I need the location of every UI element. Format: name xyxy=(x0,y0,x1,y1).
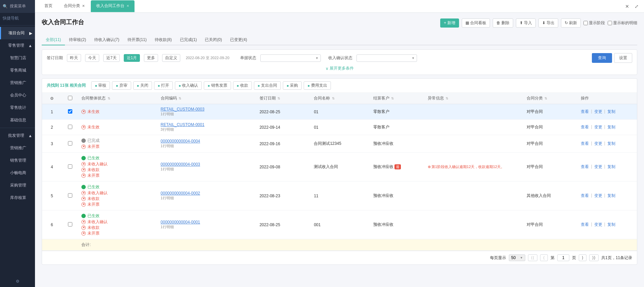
row-action-查看[interactable]: 查看 xyxy=(581,164,589,170)
sidebar-settings-btn[interactable]: ⚙ xyxy=(0,276,35,287)
expense-out-btn[interactable]: ● 费用支出 xyxy=(304,81,331,90)
import-button[interactable]: ⬆ 导入 xyxy=(516,18,536,28)
prev-page-btn[interactable]: ⟨ xyxy=(540,254,548,261)
sidebar-search[interactable]: 🔍 搜索菜单 xyxy=(0,0,35,13)
last-page-btn[interactable]: ⟩⟩ xyxy=(589,254,599,261)
purchase-btn[interactable]: ● 采购 xyxy=(283,81,302,90)
income-confirm-select[interactable] xyxy=(356,54,417,62)
abandon-btn[interactable]: ● 弃审 xyxy=(112,81,131,90)
kanban-button[interactable]: ▦ 合同看板 xyxy=(462,18,490,28)
show-detail-checkbox[interactable]: 显示标的明细 xyxy=(608,20,637,26)
refresh-button[interactable]: ↻ 刷新 xyxy=(561,18,581,28)
row-checkbox[interactable] xyxy=(68,125,72,129)
contract-code-link[interactable]: RETAIL_CUSTOM-0001 xyxy=(161,122,204,127)
sidebar-item-marketing2[interactable]: 营销推广 xyxy=(0,142,35,154)
sidebar-item-xiaochang[interactable]: 小畅电商 xyxy=(0,167,35,179)
row-checkbox[interactable] xyxy=(68,164,72,169)
row-action-变更[interactable]: 变更 xyxy=(594,141,602,147)
row-action-变更[interactable]: 变更 xyxy=(594,124,602,130)
filter-date-last1month[interactable]: 近1月 xyxy=(124,54,140,62)
sort-error-icon[interactable]: ⇅ xyxy=(446,96,448,100)
sort-status-icon[interactable]: ⇅ xyxy=(108,96,110,100)
show-segment-checkbox[interactable]: 显示阶段 xyxy=(583,20,605,26)
sidebar-item-smart-store[interactable]: 智慧门店 xyxy=(0,52,35,64)
expand-more-btn[interactable]: ∨ 展开更多条件 xyxy=(326,66,354,71)
contract-code-link[interactable]: 0000000000004-0001 xyxy=(161,220,200,224)
row-action-复制[interactable]: 复制 xyxy=(607,109,615,115)
sidebar-item-project[interactable]: 项目合同 ▶ xyxy=(0,27,35,39)
tab-contract-category[interactable]: 合同分类 ✕ xyxy=(59,0,90,12)
filter-tab-closed[interactable]: 已关闭(0) xyxy=(201,35,226,45)
delete-button[interactable]: 🗑 删除 xyxy=(493,18,513,28)
sidebar-item-purchase-mgmt[interactable]: 采购管理 xyxy=(0,179,35,192)
sort-name-icon[interactable]: ⇅ xyxy=(332,96,335,100)
row-action-复制[interactable]: 复制 xyxy=(607,124,615,130)
sort-code-icon[interactable]: ⇅ xyxy=(179,96,181,100)
close-btn[interactable]: ● 关闭 xyxy=(133,81,152,90)
row-action-变更[interactable]: 变更 xyxy=(594,164,602,170)
sidebar-item-member[interactable]: 会员中心 xyxy=(0,89,35,101)
sales-invoice-btn[interactable]: ● 销售发票 xyxy=(204,81,231,90)
new-button[interactable]: + 新增 xyxy=(440,18,459,28)
sidebar-item-basic-info[interactable]: 基础信息 xyxy=(0,114,35,126)
review-btn[interactable]: ● 审核 xyxy=(91,81,110,90)
row-action-变更[interactable]: 变更 xyxy=(594,193,602,199)
sidebar-item-retail-stats[interactable]: 零售统计 xyxy=(0,101,35,114)
row-action-查看[interactable]: 查看 xyxy=(581,141,589,147)
filter-date-today[interactable]: 今天 xyxy=(85,54,99,62)
filter-date-last7[interactable]: 近7天 xyxy=(103,54,120,62)
page-input[interactable] xyxy=(557,254,569,261)
row-action-复制[interactable]: 复制 xyxy=(607,193,615,199)
row-checkbox[interactable] xyxy=(68,193,72,198)
sort-customer-icon[interactable]: ⇅ xyxy=(391,96,394,100)
select-all-checkbox[interactable] xyxy=(68,96,72,100)
next-page-btn[interactable]: ⟩ xyxy=(579,254,586,261)
row-checkbox[interactable] xyxy=(68,141,72,146)
filter-date-more[interactable]: 更多 xyxy=(144,54,158,62)
contract-code-link[interactable]: RETAIL_CUSTOM-0003 xyxy=(161,107,204,112)
collection-btn[interactable]: ● 收款 xyxy=(233,81,252,90)
filter-tab-pending-invoice[interactable]: 待开票(11) xyxy=(123,35,151,45)
row-checkbox[interactable] xyxy=(68,109,72,114)
filter-date-yesterday[interactable]: 昨天 xyxy=(67,54,81,62)
sidebar-item-retail-mgmt[interactable]: 零售管理 ▲ xyxy=(0,39,35,52)
row-action-变更[interactable]: 变更 xyxy=(594,222,602,228)
export-button[interactable]: ⬇ 导出 xyxy=(538,18,558,28)
sidebar-item-sales-mgmt[interactable]: 销售管理 xyxy=(0,154,35,167)
sidebar-item-marketing[interactable]: 营销推广 xyxy=(0,77,35,89)
row-action-查看[interactable]: 查看 xyxy=(581,222,589,228)
filter-settings-button[interactable]: 设置 xyxy=(614,53,632,63)
expense-contract-btn[interactable]: ● 支出合同 xyxy=(254,81,281,90)
tab-bar-expand-btn[interactable]: ⤢ xyxy=(633,3,640,10)
row-action-变更[interactable]: 变更 xyxy=(594,109,602,115)
filter-date-custom[interactable]: 自定义 xyxy=(162,54,180,62)
row-action-查看[interactable]: 查看 xyxy=(581,193,589,199)
per-page-select[interactable]: 50 10 20 100 xyxy=(509,254,525,261)
first-page-btn[interactable]: ⟨⟨ xyxy=(528,254,537,261)
filter-tab-changed[interactable]: 已变更(4) xyxy=(226,35,251,45)
contract-code-link[interactable]: 0000000000004-0003 xyxy=(161,162,200,167)
doc-status-select[interactable] xyxy=(260,54,321,62)
filter-tab-completed[interactable]: 已完成(1) xyxy=(176,35,201,45)
tab-contract-category-close[interactable]: ✕ xyxy=(82,4,85,8)
sidebar-item-retail-mall[interactable]: 零售商城 xyxy=(0,64,35,77)
row-checkbox[interactable] xyxy=(68,222,72,227)
row-action-复制[interactable]: 复制 xyxy=(607,164,615,170)
sort-category-icon[interactable]: ⇅ xyxy=(544,96,547,100)
row-action-复制[interactable]: 复制 xyxy=(607,141,615,147)
show-detail-input[interactable] xyxy=(608,21,612,25)
row-action-查看[interactable]: 查看 xyxy=(581,109,589,115)
row-action-查看[interactable]: 查看 xyxy=(581,124,589,130)
row-action-复制[interactable]: 复制 xyxy=(607,222,615,228)
filter-tab-pending-review[interactable]: 待审核(2) xyxy=(65,35,90,45)
sort-date-icon[interactable]: ⇅ xyxy=(277,96,280,100)
tab-income-contract-close[interactable]: ✕ xyxy=(126,4,129,8)
contract-code-link[interactable]: 0000000000004-0004 xyxy=(161,139,200,144)
sidebar-quick-nav[interactable]: 快捷导航 xyxy=(0,13,35,24)
income-confirm-btn[interactable]: ● 收入确认 xyxy=(175,81,202,90)
sidebar-item-inventory[interactable]: 库存核算 xyxy=(0,192,35,204)
show-segment-input[interactable] xyxy=(583,21,588,25)
gear-icon[interactable]: ⚙ xyxy=(50,96,54,101)
query-button[interactable]: 查询 xyxy=(592,53,612,63)
tab-bar-close-btn[interactable]: ✕ xyxy=(624,3,631,10)
